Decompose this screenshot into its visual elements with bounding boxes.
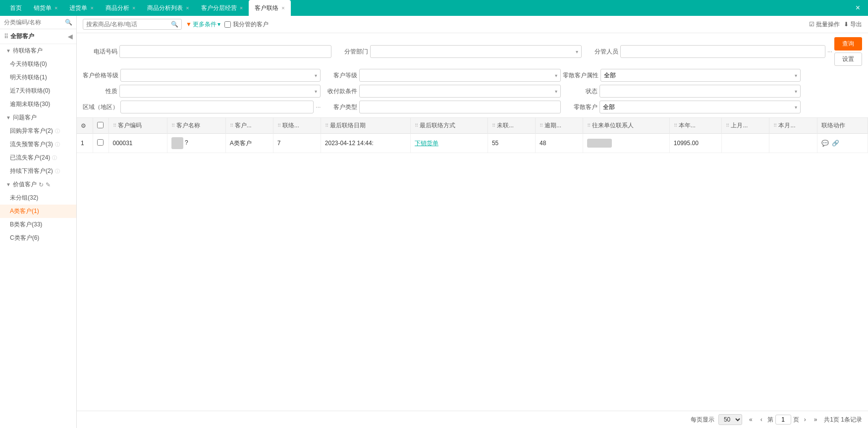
sidebar-item-no-group[interactable]: 未分组(32) — [0, 191, 76, 205]
customer-level-select[interactable]: ▾ — [359, 69, 560, 82]
close-icon[interactable]: × — [186, 5, 189, 11]
col-last-month[interactable]: ⠿上月... — [722, 118, 769, 134]
sidebar-item-a-class[interactable]: A类客户(1) — [0, 205, 76, 218]
prev-page-button[interactable]: ‹ — [758, 415, 765, 424]
select-all-checkbox[interactable] — [97, 122, 104, 128]
nav-customer-contact[interactable]: 客户联络 × — [249, 0, 290, 16]
sidebar-item-overdue-pending[interactable]: 逾期未联络(30) — [0, 98, 76, 111]
page-size-select[interactable]: 50 — [718, 414, 742, 425]
my-customers-checkbox[interactable]: 我分管的客户 — [224, 20, 269, 29]
close-icon[interactable]: × — [90, 5, 93, 11]
close-icon[interactable]: × — [281, 5, 284, 11]
my-customers-check[interactable] — [224, 21, 231, 28]
sidebar-item-repurchase-abnormal[interactable]: 回购异常客户(2) ⓘ — [0, 124, 76, 138]
export-button[interactable]: ⬇ 导出 — [844, 20, 862, 29]
col-no-contact[interactable]: ⠿未联... — [488, 118, 535, 134]
nav-customer-segment[interactable]: 客户分层经营 × — [195, 0, 249, 16]
table-header-row: ⚙ ⠿客户编码 ⠿客户名称 ⠿客户... ⠿联络... ⠿最后联络日期 ⠿最后联… — [77, 118, 868, 134]
nav-product-analysis[interactable]: 商品分析 × — [100, 0, 141, 16]
col-this-year[interactable]: ⠿本年... — [669, 118, 722, 134]
col-resizer-icon: ⠿ — [415, 123, 418, 128]
region-input[interactable] — [120, 101, 314, 113]
payment-label: 收付款条件 — [323, 87, 357, 96]
value-section-label[interactable]: ▼ 价值客户 ↻ ✎ — [0, 178, 76, 191]
more-icon[interactable]: ··· — [316, 104, 321, 110]
edit-icon[interactable]: ✎ — [46, 181, 51, 188]
col-settings[interactable]: ⚙ — [77, 118, 93, 134]
batch-operation-button[interactable]: ☑ 批量操作 — [809, 20, 840, 29]
search-icon[interactable]: 🔍 — [65, 19, 72, 26]
row-last-method[interactable]: 下销货单 — [411, 134, 488, 153]
nav-product-analysis-list[interactable]: 商品分析列表 × — [141, 0, 195, 16]
refresh-icon[interactable]: ↻ — [39, 181, 44, 188]
pending-section-label[interactable]: ▼ 待联络客户 — [0, 44, 76, 57]
page-suffix: 页 — [793, 416, 799, 424]
scatter-customer-select[interactable]: 全部 ▾ — [599, 101, 801, 113]
row-checkbox-cell[interactable] — [93, 134, 108, 153]
next-page-button[interactable]: › — [801, 415, 809, 424]
payment-select[interactable]: ▾ — [359, 85, 560, 98]
sidebar-item-7days-pending[interactable]: 近7天待联络(0) — [0, 84, 76, 98]
search-icon[interactable]: 🔍 — [171, 21, 178, 28]
nature-label: 性质 — [83, 87, 117, 96]
nav-purchase[interactable]: 进货单 × — [63, 0, 99, 16]
close-icon[interactable]: × — [240, 5, 243, 11]
settings-icon[interactable]: ⚙ — [81, 122, 86, 129]
col-type[interactable]: ⠿客户... — [225, 118, 273, 134]
filter-row-4: 区域（地区） ··· 客户类型 零散客户 全部 ▾ — [83, 101, 862, 113]
col-overdue[interactable]: ⠿逾期... — [535, 118, 583, 134]
all-customers-header[interactable]: ⠿ 全部客户 ◀ — [0, 29, 76, 44]
row-checkbox[interactable] — [97, 139, 104, 146]
sidebar-item-tomorrow-pending[interactable]: 明天待联络(1) — [0, 71, 76, 84]
more-icon[interactable]: ··· — [827, 48, 832, 55]
filter-cell-payment: 收付款条件 ▾ — [323, 85, 560, 98]
col-resizer-icon: ⠿ — [726, 123, 729, 128]
info-icon: ⓘ — [55, 128, 60, 135]
chevron-down-icon: ▾ — [555, 73, 557, 78]
col-checkbox[interactable] — [93, 118, 108, 134]
last-page-button[interactable]: » — [811, 415, 820, 424]
collapse-icon[interactable]: ◀ — [68, 33, 72, 40]
filter-cell-dept: 分管部门 ▾ — [333, 45, 582, 58]
phone-input[interactable] — [119, 45, 331, 58]
more-conditions-button[interactable]: ▼ 更多条件 ▾ — [186, 20, 220, 29]
manager-input[interactable] — [620, 45, 825, 58]
col-last-method[interactable]: ⠿最后联络方式 — [411, 118, 488, 134]
nav-home[interactable]: 首页 — [4, 0, 28, 16]
settings-button[interactable]: 设置 — [834, 53, 862, 66]
pagination: « ‹ 第 页 › » — [746, 415, 820, 425]
col-contact[interactable]: ⠿联络... — [273, 118, 321, 134]
col-this-month[interactable]: ⠿本月... — [769, 118, 817, 134]
sidebar-item-churned[interactable]: 已流失客户(24) ⓘ — [0, 151, 76, 164]
problem-section-label[interactable]: ▼ 问题客户 — [0, 111, 76, 124]
page-number-input[interactable] — [775, 415, 791, 425]
dept-label: 分管部门 — [333, 48, 368, 56]
col-code[interactable]: ⠿客户编码 — [108, 118, 167, 134]
scatter-attr-select[interactable]: 全部 ▾ — [600, 69, 801, 82]
first-page-button[interactable]: « — [746, 415, 756, 424]
sidebar-item-b-class[interactable]: B类客户(33) — [0, 218, 76, 231]
dept-select[interactable]: ▾ — [370, 45, 582, 58]
chevron-down-icon: ▾ — [795, 105, 797, 110]
close-icon[interactable]: × — [54, 5, 57, 11]
total-records-label: 共1页 1条记录 — [824, 416, 862, 424]
chat-icon[interactable]: 💬 — [821, 140, 829, 147]
sidebar-item-declining[interactable]: 持续下滑客户(2) ⓘ — [0, 164, 76, 178]
col-last-date[interactable]: ⠿最后联络日期 — [321, 118, 410, 134]
query-button[interactable]: 查询 — [834, 37, 862, 51]
status-select[interactable]: ▾ — [599, 85, 801, 98]
sidebar-item-c-class[interactable]: C类客户(6) — [0, 231, 76, 245]
main-search-input[interactable] — [86, 21, 171, 28]
nav-sales[interactable]: 销货单 × — [28, 0, 63, 16]
close-icon[interactable]: × — [132, 5, 135, 11]
customer-type-input[interactable] — [359, 101, 560, 113]
col-name[interactable]: ⠿客户名称 — [167, 118, 225, 134]
sidebar-item-today-pending[interactable]: 今天待联络(0) — [0, 57, 76, 71]
sidebar-item-churn-warning[interactable]: 流失预警客户(3) ⓘ — [0, 138, 76, 151]
nature-select[interactable]: ▾ — [119, 85, 321, 98]
connect-icon[interactable]: 🔗 — [832, 140, 839, 147]
price-level-select[interactable]: ▾ — [120, 69, 321, 82]
col-contact-person[interactable]: ⠿往来单位联系人 — [583, 118, 670, 134]
window-close-button[interactable]: × — [852, 3, 864, 12]
sidebar-search-input[interactable] — [4, 19, 65, 26]
